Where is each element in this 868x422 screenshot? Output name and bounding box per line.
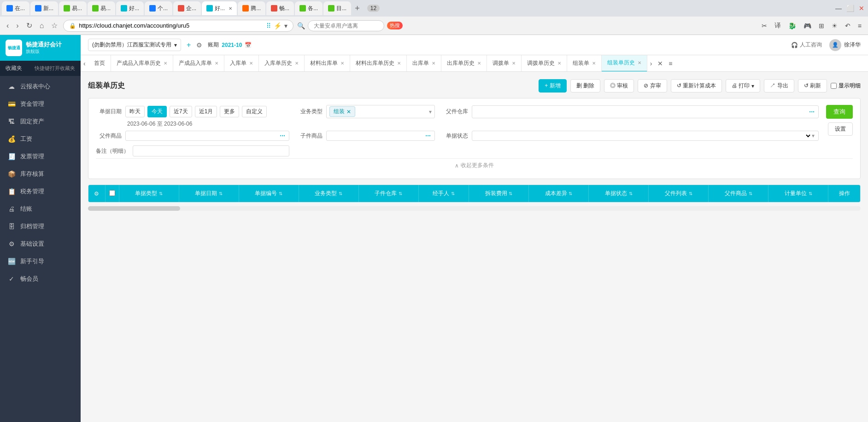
page-tab-close-in-order[interactable]: ✕ [249, 61, 253, 66]
th-order-no[interactable]: 单据编号 ⇅ [239, 185, 299, 202]
sidebar-item-archive[interactable]: 🗄 归档管理 [0, 218, 81, 235]
sort-icon-parent-list[interactable]: ⇅ [689, 191, 692, 196]
boost-icon[interactable]: ⚡ [274, 22, 282, 29]
page-tab-close-mat-out-history[interactable]: ✕ [397, 61, 401, 66]
page-tab-prod-in-history[interactable]: 产成品入库单历史 ✕ [111, 55, 173, 72]
sidebar-item-invoice[interactable]: 🧾 发票管理 [0, 148, 81, 165]
browser-tab-11[interactable]: 各... [295, 1, 323, 15]
browser-tab-5[interactable]: 好... [116, 1, 144, 15]
browser-tab-10[interactable]: 畅... [266, 1, 294, 15]
forward-button[interactable]: › [14, 20, 20, 32]
settings-icon[interactable]: ⚙ [94, 191, 99, 197]
filter-settings-button[interactable]: 设置 [828, 122, 853, 136]
tab-close-8[interactable]: ✕ [229, 6, 232, 11]
bookmark-button[interactable]: ☆ [49, 19, 59, 32]
sidebar-item-member[interactable]: ✓ 畅会员 [0, 270, 81, 288]
today-btn[interactable]: 今天 [147, 106, 167, 117]
th-disassemble-cost[interactable]: 拆装费用 ⇅ [469, 185, 529, 202]
sidebar-item-payroll[interactable]: 💰 工资 [0, 130, 81, 148]
page-tab-close-in-history[interactable]: ✕ [295, 61, 299, 66]
brightness-icon[interactable]: ☀ [830, 21, 839, 30]
browser-tab-4[interactable]: 易... [88, 1, 115, 15]
custom-date-btn[interactable]: 自定义 [242, 106, 267, 117]
page-tab-adjust-history[interactable]: 调拨单历史 ✕ [522, 55, 567, 72]
review-button[interactable]: ◎ 审核 [604, 79, 634, 92]
sort-icon-parent-goods[interactable]: ⇅ [749, 191, 752, 196]
parent-warehouse-ellipsis[interactable]: ··· [809, 108, 815, 116]
browser-tab-7[interactable]: 企... [173, 1, 201, 15]
collapse-filter-button[interactable]: ∧ 收起更多条件 [96, 158, 853, 172]
child-goods-ellipsis[interactable]: ··· [425, 132, 431, 139]
biz-type-dropdown-icon[interactable]: ▾ [429, 109, 432, 115]
calendar-icon[interactable]: 📅 [245, 42, 252, 48]
company-settings-icon[interactable]: ⚙ [196, 41, 202, 49]
sort-icon-biz-type[interactable]: ⇅ [339, 191, 342, 196]
abandon-button[interactable]: ⊘ 弃审 [638, 79, 667, 92]
print-button[interactable]: 🖨 打印 ▾ [726, 79, 760, 92]
yesterday-btn[interactable]: 昨天 [125, 106, 145, 117]
sort-icon-unit[interactable]: ⇅ [809, 191, 812, 196]
sort-icon-order-type[interactable]: ⇅ [159, 191, 163, 196]
more-date-btn[interactable]: 更多 [220, 106, 239, 117]
add-company-button[interactable]: + [187, 41, 191, 49]
page-tab-close-prod-in[interactable]: ✕ [215, 61, 218, 66]
page-tab-in-history[interactable]: 入库单历史 ✕ [259, 55, 305, 72]
sidebar-item-fund[interactable]: 💳 资金管理 [0, 95, 81, 113]
tabs-scroll-right[interactable]: › [647, 60, 655, 67]
child-goods-input[interactable] [330, 133, 425, 139]
menu-icon[interactable]: ≡ [856, 21, 863, 30]
sidebar-item-checkout[interactable]: 🖨 结账 [0, 200, 81, 218]
page-tab-close-assembly-history[interactable]: ✕ [638, 60, 641, 65]
browser-tab-1[interactable]: 在... [2, 1, 29, 15]
parent-goods-ellipsis[interactable]: ··· [280, 132, 285, 139]
recalc-button[interactable]: ↺ 重新计算成本 [671, 79, 722, 92]
th-unit[interactable]: 计量单位 ⇅ [768, 185, 828, 202]
undo-icon[interactable]: ↶ [843, 21, 852, 30]
maximize-button[interactable]: ⬜ [845, 4, 856, 13]
browser-tab-12[interactable]: 目... [323, 1, 351, 15]
th-parent-goods[interactable]: 父件商品 ⇅ [709, 185, 768, 202]
page-tab-prod-in[interactable]: 产成品入库单 ✕ [173, 55, 224, 72]
page-tab-mat-out[interactable]: 材料出库单 ✕ [305, 55, 350, 72]
browser-tab-2[interactable]: 新... [30, 1, 58, 15]
page-tab-adjust[interactable]: 调拨单 ✕ [487, 55, 522, 72]
home-button[interactable]: ⌂ [38, 20, 46, 32]
th-parent-list[interactable]: 父件列表 ⇅ [649, 185, 709, 202]
th-check[interactable] [105, 185, 119, 202]
th-biz-type[interactable]: 业务类型 ⇅ [299, 185, 358, 202]
query-button[interactable]: 查询 [826, 105, 853, 119]
refresh-button[interactable]: ↺ 刷新 [798, 79, 827, 92]
browser-tab-8[interactable]: 好... ✕ [202, 1, 237, 15]
page-tab-out[interactable]: 出库单 ✕ [407, 55, 441, 72]
page-tab-mat-out-history[interactable]: 材料出库单历史 ✕ [350, 55, 407, 72]
sort-icon-child-warehouse[interactable]: ⇅ [399, 191, 402, 196]
7days-btn[interactable]: 近7天 [170, 106, 192, 117]
sort-icon-order-status[interactable]: ⇅ [629, 191, 633, 196]
company-selector[interactable]: (勿删勿禁用）江西服宝测试专用 ▾ [88, 39, 181, 51]
sort-icon-disassemble-cost[interactable]: ⇅ [509, 191, 512, 196]
grid-icon[interactable]: ⊞ [817, 21, 826, 30]
sidebar-item-cloud-report[interactable]: ☁ 云报表中心 [0, 78, 81, 95]
page-tab-assembly-history[interactable]: 组装单历史 ✕ [602, 55, 647, 72]
export-button[interactable]: ↗ 导出 [764, 79, 794, 92]
sidebar-favorites[interactable]: 收藏夹 快捷键打开收藏夹 [0, 61, 81, 76]
page-tab-close-adjust-history[interactable]: ✕ [557, 61, 561, 66]
tabs-close-all[interactable]: ✕ [655, 60, 666, 67]
browser-tab-6[interactable]: 个... [145, 1, 172, 15]
page-tab-close-adjust[interactable]: ✕ [512, 61, 516, 66]
scrollbar-thumb[interactable] [88, 206, 180, 211]
th-handler[interactable]: 经手人 ⇅ [418, 185, 469, 202]
page-tab-out-history[interactable]: 出库单历史 ✕ [441, 55, 487, 72]
th-child-warehouse[interactable]: 子件仓库 ⇅ [358, 185, 418, 202]
qr-code-icon[interactable]: ⠿ [266, 22, 271, 29]
scissors-icon[interactable]: ✂ [760, 21, 769, 30]
notes-input[interactable] [133, 145, 289, 156]
sidebar-item-settings[interactable]: ⚙ 基础设置 [0, 235, 81, 253]
address-input[interactable] [79, 22, 264, 29]
page-tab-home[interactable]: 首页 [88, 55, 111, 72]
order-status-select[interactable] [476, 132, 812, 139]
th-settings[interactable]: ⚙ [88, 185, 105, 202]
sidebar-item-fixed-asset[interactable]: 🏗 固定资产 [0, 113, 81, 130]
page-tab-close-out-history[interactable]: ✕ [477, 61, 481, 66]
th-order-status[interactable]: 单据状态 ⇅ [589, 185, 649, 202]
